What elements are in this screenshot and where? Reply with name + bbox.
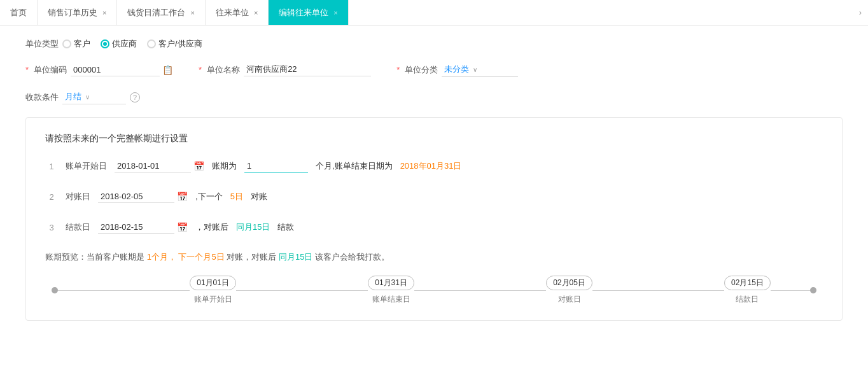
tab-sales-history[interactable]: 销售订单历史 ×	[38, 0, 117, 25]
row-1-num: 1	[45, 162, 58, 171]
payment-value: 月结	[65, 91, 81, 102]
timeline-line-1	[58, 290, 190, 291]
unit-type-group: 单位类型 客户 供应商 客户/供应商	[25, 38, 202, 50]
row-1-suffix-text: 个月,账单结束日期为	[316, 160, 393, 172]
settings-section: 请按照未来的一个完整帐期进行设置 1 账单开始日 📅 账期为 个月,账单结束日期…	[25, 117, 843, 321]
timeline-line-5	[771, 290, 810, 291]
row-3-suffix: 结款	[277, 222, 294, 233]
payment-help-icon[interactable]: ?	[130, 92, 140, 102]
payment-select[interactable]: 月结 ∨	[62, 90, 126, 104]
tab-home-label: 首页	[10, 7, 27, 18]
name-label: 单位名称	[207, 64, 240, 76]
tab-cash-work-label: 钱货日清工作台	[127, 7, 185, 18]
preview-text: 账期预览：当前客户账期是 1个月， 下一个月5日 对账，对账后 同月15日 该客…	[45, 251, 823, 263]
row-2-highlight: 5日	[230, 191, 243, 202]
row-3-prefix: ，对账后	[195, 222, 228, 233]
tab-home[interactable]: 首页	[0, 0, 38, 25]
timeline-end-dot	[810, 287, 816, 293]
category-group: * 单位分类 未分类 ∨	[396, 62, 518, 77]
name-input[interactable]	[244, 64, 371, 76]
timeline-dot-right	[810, 287, 816, 293]
timeline-line-4	[592, 290, 724, 291]
row-1-suffix-before: 账期为	[212, 160, 237, 172]
timeline-node-4: 02月15日 结款日	[724, 276, 771, 305]
tab-edit-partner[interactable]: 编辑往来单位 ×	[269, 0, 348, 25]
radio-customer[interactable]: 客户	[62, 38, 90, 50]
tab-sales-history-label: 销售订单历史	[48, 7, 97, 18]
radio-supplier-circle	[101, 39, 109, 48]
row-1-end-date: 2018年01月31日	[400, 160, 462, 172]
timeline-line-3	[414, 290, 546, 291]
payment-chevron-icon: ∨	[85, 94, 90, 101]
radio-both-label: 客户/供应商	[158, 38, 202, 50]
timeline-segment-1	[58, 290, 190, 291]
preview-part2: 下一个月5日	[178, 252, 224, 262]
row-3-date-input[interactable]	[98, 221, 174, 234]
timeline-segment-2	[236, 290, 368, 291]
row-3-label: 结款日	[66, 222, 90, 233]
tab-cash-work-close[interactable]: ×	[190, 9, 194, 17]
setting-row-3: 3 结款日 📅 ，对账后 同月15日 结款	[45, 221, 823, 234]
row-3-num: 3	[45, 223, 58, 232]
tab-partner[interactable]: 往来单位 ×	[206, 0, 269, 25]
row-2-calendar-icon[interactable]: 📅	[177, 192, 188, 202]
row-1-date-input[interactable]	[115, 160, 191, 172]
preview-prefix: 账期预览：当前客户账期是	[45, 252, 144, 262]
radio-both[interactable]: 客户/供应商	[147, 38, 202, 50]
unit-type-label: 单位类型	[25, 38, 59, 50]
row-3-calendar-icon[interactable]: 📅	[177, 222, 188, 232]
tab-more-button[interactable]: ›	[853, 0, 868, 25]
timeline-segment-5	[771, 290, 810, 291]
row-2-label: 对账日	[66, 191, 90, 202]
code-label: 单位编码	[34, 64, 67, 76]
category-value: 未分类	[444, 64, 469, 75]
tab-cash-work[interactable]: 钱货日清工作台 ×	[117, 0, 205, 25]
code-name-row: * 单位编码 📋 * 单位名称 * 单位分类 未分类 ∨	[25, 62, 843, 77]
main-content: 单位类型 客户 供应商 客户/供应商 * 单位编码	[0, 25, 868, 387]
timeline: 01月01日 账单开始日 01月31日 账单结束日 02月05日 对账日	[45, 276, 823, 305]
tab-partner-label: 往来单位	[216, 7, 249, 18]
timeline-start-dot	[52, 287, 58, 293]
code-input-wrapper: 📋	[71, 64, 173, 76]
setting-row-1: 1 账单开始日 📅 账期为 个月,账单结束日期为 2018年01月31日	[45, 160, 823, 172]
row-1-period-input[interactable]	[244, 160, 308, 172]
tab-edit-partner-close[interactable]: ×	[333, 9, 337, 17]
category-select[interactable]: 未分类 ∨	[442, 62, 518, 77]
unit-type-row: 单位类型 客户 供应商 客户/供应商	[25, 38, 843, 50]
section-title: 请按照未来的一个完整帐期进行设置	[45, 133, 823, 144]
row-2-num: 2	[45, 192, 58, 202]
timeline-badge-1: 01月01日	[190, 276, 236, 290]
radio-both-circle	[147, 39, 156, 48]
tab-partner-close[interactable]: ×	[254, 9, 258, 17]
payment-row: 收款条件 月结 ∨ ?	[25, 90, 843, 104]
preview-part3: 同月15日	[279, 252, 312, 262]
row-1-calendar-icon[interactable]: 📅	[193, 161, 204, 171]
timeline-dot-left	[52, 287, 58, 293]
code-copy-icon[interactable]: 📋	[162, 65, 173, 75]
payment-group: 收款条件 月结 ∨ ?	[25, 90, 140, 104]
timeline-line-2	[236, 290, 368, 291]
timeline-badge-2: 01月31日	[368, 276, 414, 290]
timeline-segment-3	[414, 290, 546, 291]
category-required: *	[396, 65, 400, 74]
timeline-badge-3: 02月05日	[546, 276, 592, 290]
timeline-label-2: 账单结束日	[372, 294, 410, 305]
code-group: * 单位编码 📋	[25, 64, 173, 76]
row-1-date-wrapper: 📅	[115, 160, 204, 172]
row-2-date-wrapper: 📅	[98, 190, 188, 203]
row-2-prefix: ,下一个	[195, 191, 223, 202]
timeline-node-2: 01月31日 账单结束日	[368, 276, 414, 305]
radio-supplier[interactable]: 供应商	[101, 38, 137, 50]
tab-sales-history-close[interactable]: ×	[102, 9, 106, 17]
code-input[interactable]	[71, 64, 160, 76]
tab-edit-partner-label: 编辑往来单位	[279, 7, 328, 18]
preview-suffix: 该客户会给我打款。	[315, 252, 389, 262]
category-chevron-icon: ∨	[473, 66, 477, 73]
timeline-segment-4	[592, 290, 724, 291]
radio-group: 客户 供应商 客户/供应商	[62, 38, 202, 50]
chevron-right-icon: ›	[859, 8, 862, 17]
timeline-node-1: 01月01日 账单开始日	[190, 276, 236, 305]
row-2-date-input[interactable]	[98, 190, 174, 203]
timeline-badge-4: 02月15日	[724, 276, 771, 290]
timeline-label-4: 结款日	[736, 294, 759, 305]
